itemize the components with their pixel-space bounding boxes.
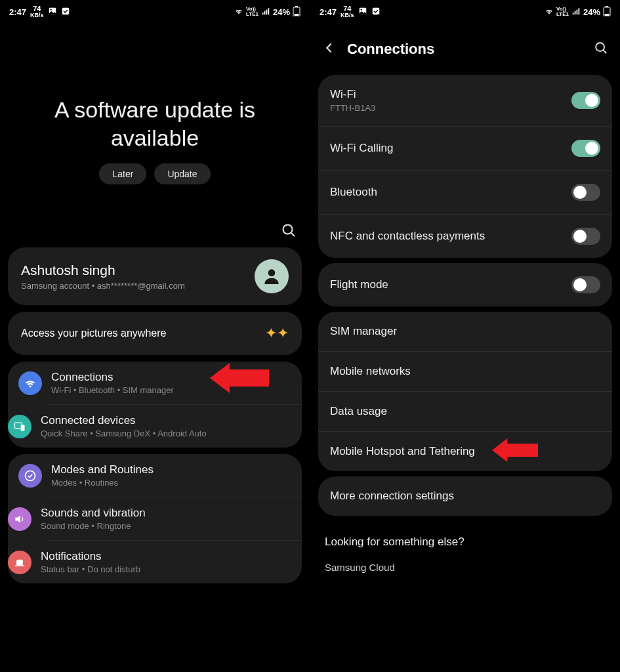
wifi-toggle[interactable] [571, 92, 600, 109]
svg-point-15 [26, 471, 35, 480]
settings-home-screen: 2:47 74KB/s Vo))LTE1 24% A software upda… [0, 0, 310, 672]
back-button[interactable] [322, 41, 337, 58]
wifi-icon [545, 7, 554, 18]
conn-group-3: SIM manager Mobile networks Data usage M… [318, 312, 612, 471]
notifications-row[interactable]: Notifications Status bar • Do not distur… [47, 540, 302, 583]
status-battery-pct: 24% [273, 7, 290, 17]
connections-screen: 2:47 74KB/s Vo))LTE1 24% Connections Wi-… [310, 0, 620, 672]
wifi-calling-toggle[interactable] [571, 140, 600, 157]
looking-for-else: Looking for something else? Samsung Clou… [310, 521, 620, 577]
hotspot-tethering-row[interactable]: Mobile Hotspot and Tethering [318, 431, 612, 471]
update-button[interactable]: Update [154, 163, 210, 184]
svg-rect-6 [268, 8, 269, 14]
svg-rect-3 [262, 12, 264, 14]
data-usage-row[interactable]: Data usage [318, 391, 612, 431]
connections-header: Connections [310, 24, 620, 70]
sound-icon [8, 507, 31, 531]
battery-icon [293, 6, 300, 18]
account-card[interactable]: Ashutosh singh Samsung account • ash****… [8, 247, 302, 305]
svg-rect-21 [573, 12, 574, 14]
svg-rect-17 [15, 565, 24, 566]
image-icon [358, 7, 367, 18]
page-title: Connections [347, 41, 583, 58]
status-netspeed: 74KB/s [30, 5, 44, 18]
svg-line-11 [291, 233, 295, 236]
devices-icon [8, 415, 31, 438]
account-sub: Samsung account • ash********@gmail.com [21, 281, 185, 291]
image-icon [48, 7, 57, 18]
status-time: 2:47 [9, 7, 26, 17]
flight-mode-toggle[interactable] [571, 276, 600, 293]
flight-mode-row[interactable]: Flight mode [318, 263, 612, 306]
svg-rect-16 [16, 559, 23, 564]
conn-group-4: More connection settings [318, 476, 612, 516]
svg-rect-23 [577, 9, 578, 14]
connections-row[interactable]: Connections Wi-Fi • Bluetooth • SIM mana… [8, 362, 302, 404]
svg-rect-27 [605, 14, 610, 16]
status-battery-pct: 24% [583, 7, 600, 17]
wifi-icon [18, 371, 42, 395]
bell-icon [8, 551, 31, 574]
svg-rect-20 [372, 7, 379, 14]
svg-rect-24 [578, 8, 579, 14]
svg-rect-9 [295, 14, 299, 16]
signal-icon [571, 7, 581, 18]
sparkle-icon: ✦✦ [265, 325, 289, 342]
more-connection-settings-row[interactable]: More connection settings [318, 476, 612, 516]
svg-rect-14 [21, 425, 25, 430]
banner-text: Access your pictures anywhere [21, 327, 166, 339]
svg-point-12 [268, 269, 276, 276]
battery-icon [603, 6, 611, 18]
avatar [255, 259, 289, 293]
svg-rect-4 [264, 11, 266, 14]
sim-manager-row[interactable]: SIM manager [318, 312, 612, 351]
later-button[interactable]: Later [99, 163, 146, 184]
svg-rect-2 [62, 7, 69, 14]
settings-group-2: Modes and Routines Modes • Routines Soun… [8, 454, 302, 583]
signal-icon [261, 7, 270, 18]
svg-point-1 [50, 9, 51, 10]
checkbox-icon [61, 7, 70, 18]
search-icon[interactable] [594, 41, 608, 58]
connected-devices-row[interactable]: Connected devices Quick Share • Samsung … [47, 404, 302, 448]
settings-group-1: Connections Wi-Fi • Bluetooth • SIM mana… [8, 362, 302, 448]
status-time: 2:47 [320, 7, 337, 17]
status-netspeed: 74KB/s [341, 5, 354, 18]
conn-group-2: Flight mode [318, 263, 612, 306]
svg-point-19 [360, 9, 362, 10]
wifi-icon [234, 7, 243, 18]
wifi-row[interactable]: Wi-Fi FTTH-B1A3 [318, 75, 612, 126]
svg-rect-22 [575, 11, 576, 14]
status-bar: 2:47 74KB/s Vo))LTE1 24% [310, 0, 620, 24]
svg-point-10 [283, 225, 293, 234]
bluetooth-row[interactable]: Bluetooth [318, 170, 612, 214]
samsung-cloud-link[interactable]: Samsung Cloud [325, 562, 606, 573]
svg-point-28 [596, 43, 604, 51]
conn-group-1: Wi-Fi FTTH-B1A3 Wi-Fi Calling Bluetooth … [318, 75, 612, 258]
volte-icon: Vo))LTE1 [246, 7, 258, 17]
nfc-toggle[interactable] [571, 228, 600, 245]
nfc-row[interactable]: NFC and contactless payments [318, 214, 612, 258]
modes-routines-row[interactable]: Modes and Routines Modes • Routines [8, 454, 302, 497]
bluetooth-toggle[interactable] [571, 184, 600, 201]
checkbox-icon [371, 7, 381, 18]
wifi-calling-row[interactable]: Wi-Fi Calling [318, 126, 612, 170]
search-icon[interactable] [281, 222, 297, 241]
volte-icon: Vo))LTE1 [556, 7, 569, 17]
update-headline: A software update is available [0, 96, 310, 152]
check-circle-icon [18, 464, 42, 488]
svg-line-29 [604, 51, 607, 54]
mobile-networks-row[interactable]: Mobile networks [318, 351, 612, 391]
sounds-vibration-row[interactable]: Sounds and vibration Sound mode • Ringto… [47, 497, 302, 540]
pictures-banner[interactable]: Access your pictures anywhere ✦✦ [8, 312, 302, 355]
status-bar: 2:47 74KB/s Vo))LTE1 24% [0, 0, 310, 24]
svg-rect-5 [266, 9, 268, 14]
annotation-arrow [492, 438, 538, 462]
account-name: Ashutosh singh [21, 262, 185, 278]
